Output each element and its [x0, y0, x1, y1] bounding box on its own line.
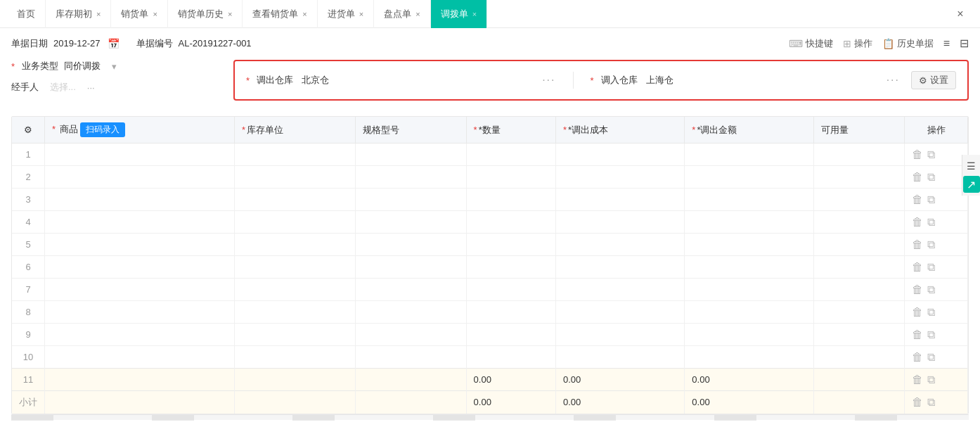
amount-cell[interactable]	[685, 211, 813, 234]
gear-column-header[interactable]: ⚙	[12, 117, 45, 144]
unit-cell[interactable]	[234, 166, 355, 189]
tab-sales-order[interactable]: 销货单 ×	[111, 0, 167, 28]
product-cell[interactable]	[45, 346, 235, 369]
calendar-icon[interactable]: 📅	[108, 38, 120, 49]
delete-row-icon[interactable]: 🗑	[912, 261, 923, 274]
delete-row-icon[interactable]: 🗑	[912, 306, 923, 319]
copy-row-icon[interactable]: ⧉	[927, 351, 935, 364]
copy-row-icon[interactable]: ⧉	[927, 193, 935, 206]
shortcut-action[interactable]: ⌨ 快捷键	[789, 37, 833, 50]
in-warehouse-value[interactable]: 上海仓	[646, 74, 673, 87]
amount-cell[interactable]	[685, 346, 813, 369]
unit-cell[interactable]	[234, 346, 355, 369]
spec-cell[interactable]	[356, 166, 466, 189]
delete-row-icon[interactable]: 🗑	[912, 148, 923, 161]
scan-button[interactable]: 扫码录入	[80, 122, 125, 137]
cost-cell[interactable]	[555, 346, 684, 369]
spec-cell[interactable]	[356, 189, 466, 211]
delete-row-icon[interactable]: 🗑	[912, 171, 923, 184]
tab-purchase-order[interactable]: 进货单 ×	[318, 0, 374, 28]
spec-cell[interactable]	[356, 324, 466, 346]
cost-cell[interactable]	[555, 234, 684, 256]
delete-row-icon[interactable]: 🗑	[912, 193, 923, 206]
copy-row-icon[interactable]: ⧉	[927, 329, 935, 341]
copy-icon[interactable]: ⧉	[927, 374, 935, 386]
settings-button[interactable]: ⚙ 设置	[911, 71, 956, 89]
amount-cell[interactable]	[685, 301, 813, 324]
product-cell[interactable]	[45, 211, 235, 234]
biz-type-dropdown-arrow[interactable]: ▾	[112, 61, 117, 72]
copy-row-icon[interactable]: ⧉	[927, 148, 935, 161]
unit-cell[interactable]	[234, 324, 355, 346]
delete-row-icon[interactable]: 🗑	[912, 216, 923, 229]
out-warehouse-more-btn[interactable]: ···	[542, 74, 555, 87]
qty-cell[interactable]	[466, 256, 555, 279]
cost-cell[interactable]	[555, 166, 684, 189]
unit-cell[interactable]	[234, 144, 355, 166]
qty-cell[interactable]	[466, 279, 555, 301]
product-cell[interactable]	[45, 279, 235, 301]
amount-cell[interactable]	[685, 324, 813, 346]
unit-cell[interactable]	[234, 189, 355, 211]
product-cell[interactable]	[45, 144, 235, 166]
cost-cell[interactable]	[555, 279, 684, 301]
biz-type-value[interactable]: 同价调拨	[64, 60, 101, 72]
qty-cell[interactable]	[466, 189, 555, 211]
spec-cell[interactable]	[356, 346, 466, 369]
product-cell[interactable]	[45, 324, 235, 346]
qty-cell[interactable]	[466, 324, 555, 346]
unit-cell[interactable]	[234, 256, 355, 279]
tab-close-inventory-init[interactable]: ×	[96, 10, 101, 18]
copy-row-icon[interactable]: ⧉	[927, 216, 935, 229]
product-cell[interactable]	[45, 166, 235, 189]
tab-inventory-count[interactable]: 盘点单 ×	[374, 0, 430, 28]
cost-cell[interactable]	[555, 301, 684, 324]
delete-icon[interactable]: 🗑	[912, 374, 923, 386]
copy-row-icon[interactable]: ⧉	[927, 283, 935, 296]
qty-cell[interactable]	[466, 211, 555, 234]
amount-cell[interactable]	[685, 279, 813, 301]
in-warehouse-more-btn[interactable]: ···	[886, 74, 900, 87]
product-cell[interactable]	[45, 301, 235, 324]
tab-inventory-init[interactable]: 库存期初 ×	[46, 0, 111, 28]
amount-cell[interactable]	[685, 234, 813, 256]
copy-row-icon[interactable]: ⧉	[927, 306, 935, 319]
tab-transfer-order[interactable]: 调拨单 ×	[431, 0, 487, 28]
delete-row-icon[interactable]: 🗑	[912, 329, 923, 341]
tab-close-inventory-count[interactable]: ×	[415, 10, 420, 18]
cost-cell[interactable]	[555, 189, 684, 211]
tab-view-sales[interactable]: 查看销货单 ×	[243, 0, 317, 28]
amount-cell[interactable]	[685, 256, 813, 279]
tab-close-sales-order[interactable]: ×	[153, 10, 157, 18]
cost-cell[interactable]	[555, 256, 684, 279]
product-cell[interactable]	[45, 234, 235, 256]
cost-cell[interactable]	[555, 144, 684, 166]
copy-row-icon[interactable]: ⧉	[927, 261, 935, 274]
spec-cell[interactable]	[356, 301, 466, 324]
unit-cell[interactable]	[234, 211, 355, 234]
spec-cell[interactable]	[356, 256, 466, 279]
unit-cell[interactable]	[234, 279, 355, 301]
spec-cell[interactable]	[356, 144, 466, 166]
layout-icon1-action[interactable]: ≡	[943, 37, 950, 50]
layout-icon2-action[interactable]: ⊟	[960, 37, 969, 50]
amount-cell[interactable]	[685, 144, 813, 166]
tab-home[interactable]: 首页	[7, 0, 46, 28]
date-value[interactable]: 2019-12-27	[53, 38, 101, 49]
subtotal-copy-icon[interactable]: ⧉	[927, 396, 935, 409]
history-action[interactable]: 📋 历史单据	[882, 37, 934, 50]
tab-close-transfer-order[interactable]: ×	[472, 10, 477, 18]
out-warehouse-value[interactable]: 北京仓	[302, 74, 329, 87]
delete-row-icon[interactable]: 🗑	[912, 351, 923, 364]
spec-cell[interactable]	[356, 279, 466, 301]
copy-row-icon[interactable]: ⧉	[927, 238, 935, 251]
handler-input[interactable]: 选择...	[50, 81, 76, 94]
subtotal-delete-icon[interactable]: 🗑	[912, 396, 923, 409]
copy-row-icon[interactable]: ⧉	[927, 171, 935, 184]
horizontal-scrollbar[interactable]	[11, 414, 969, 420]
tab-close-view-sales[interactable]: ×	[302, 10, 307, 18]
operate-action[interactable]: ⊞ 操作	[843, 37, 872, 50]
unit-cell[interactable]	[234, 301, 355, 324]
amount-cell[interactable]	[685, 189, 813, 211]
spec-cell[interactable]	[356, 211, 466, 234]
